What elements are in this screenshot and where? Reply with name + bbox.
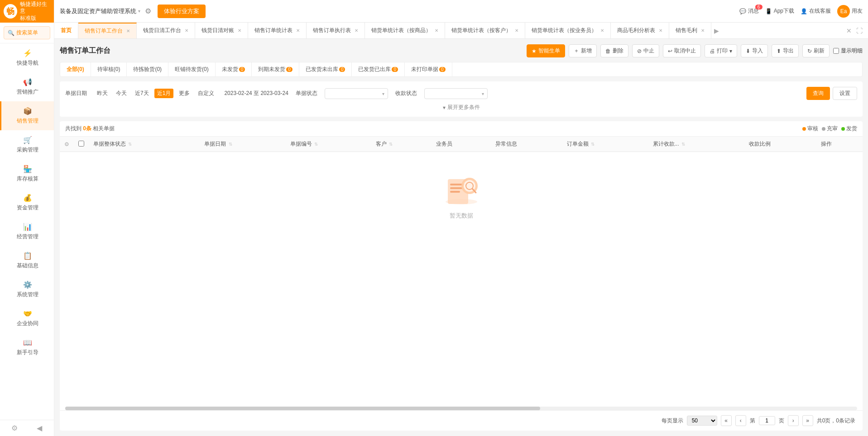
th-status[interactable]: 单据整体状态 ⇅ [89,137,200,152]
tab-bar: 首页 销售订单工作台 ✕ 钱货日清工作台 ✕ 钱货日清对账 ✕ 销售订单统计表 … [54,23,868,39]
refresh-button[interactable]: ↻ 刷新 [802,44,830,57]
sidebar-item-operations[interactable]: 📊 经营管理 [0,217,54,246]
subtab-shipped-out[interactable]: 已发货已出库0 [352,62,405,76]
sidebar-item-purchase[interactable]: 🛒 采购管理 [0,130,54,159]
tab-sales-stats-customer[interactable]: 销货单统计表（按客户） ✕ [445,23,525,39]
sidebar-item-quick-nav[interactable]: ⚡ 快捷导航 [0,43,54,72]
tab-close-gross-profit[interactable]: ✕ [659,28,662,33]
tab-close-sales-profit[interactable]: ✕ [701,28,705,33]
th-exception: 异常信息 [491,137,562,152]
print-button[interactable]: 🖨 打印 ▾ [705,44,737,57]
first-page-button[interactable]: « [721,415,732,426]
th-amount[interactable]: 订单金额 ⇅ [562,137,648,152]
search-button[interactable]: 查询 [806,87,830,100]
tab-sales-order-exec[interactable]: 销售订单执行表 ✕ [307,23,365,39]
tab-cash-reconcile[interactable]: 钱货日清对账 ✕ [195,23,248,39]
search-menu-button[interactable]: 🔍 搜索菜单 [4,26,50,39]
tab-sales-stats-salesman[interactable]: 销货单统计表（按业务员） ✕ [525,23,611,39]
page-label: 第 [750,417,755,425]
tab-close-sales-stats-product[interactable]: ✕ [435,28,438,33]
tab-close-sales-stats-salesman[interactable]: ✕ [600,28,604,33]
tab-close-cash-daily[interactable]: ✕ [185,28,188,33]
delete-button[interactable]: 🗑 删除 [600,44,628,57]
subtab-all[interactable]: 全部(0) [60,62,91,76]
prev-page-button[interactable]: ‹ [735,415,746,426]
per-page-select[interactable]: 50 10 20 100 [687,416,717,426]
tab-home[interactable]: 首页 [54,23,78,39]
tab-close-sales-order-stats[interactable]: ✕ [296,28,300,33]
subtab-wangpu[interactable]: 旺铺待发货(0) [168,62,216,76]
subtab-pending-inspect[interactable]: 待拣验货(0) [127,62,168,76]
expand-filter-button[interactable]: ▾ 展开更多条件 [443,104,480,111]
smart-generate-button[interactable]: ★ 智能生单 [527,44,565,57]
th-collected[interactable]: 累计收款... ⇅ [648,137,745,152]
settings-button[interactable]: 设置 [833,87,857,100]
demo-button[interactable]: 体验行业方案 [158,5,206,18]
sidebar-item-sales[interactable]: 📦 销售管理 [0,101,54,130]
tab-sales-order-stats[interactable]: 销售订单统计表 ✕ [248,23,307,39]
payment-select[interactable] [424,88,488,99]
date-opt-yesterday[interactable]: 昨天 [94,89,110,98]
export-button[interactable]: ⬆ 导出 [772,44,799,57]
subtab-not-shipped[interactable]: 未发货0 [216,62,252,76]
guide-icon: 📖 [23,338,32,347]
collapse-button[interactable]: ◀ [29,424,51,432]
add-button[interactable]: ＋ 新增 [569,44,597,57]
online-service-button[interactable]: 👤 在线客服 [801,7,831,15]
th-settings[interactable]: ⚙ [60,137,74,152]
tab-close-cash-reconcile[interactable]: ✕ [238,28,241,33]
sidebar-item-guide[interactable]: 📖 新手引导 [0,333,54,362]
sidebar-item-finance[interactable]: 💰 资金管理 [0,188,54,217]
date-opt-7days[interactable]: 近7天 [132,89,152,98]
page-number-input[interactable] [759,416,775,425]
settings-bottom-button[interactable]: ⚙ [4,424,25,432]
subtab-expired-not-shipped[interactable]: 到期未发货0 [252,62,299,76]
sidebar-item-inventory[interactable]: 🏪 库存核算 [0,159,54,188]
show-detail-checkbox[interactable]: 显示明细 [833,47,863,55]
topbar-settings-icon[interactable]: ⚙ [145,7,151,15]
app-download-button[interactable]: 📱 App下载 [765,7,794,15]
tab-close-sales-stats-customer[interactable]: ✕ [515,28,518,33]
message-button[interactable]: 💬 消息 6 [739,7,759,15]
tab-sales-order-workbench[interactable]: 销售订单工作台 ✕ [78,23,137,39]
th-number[interactable]: 单据编号 ⇅ [286,137,371,152]
tab-sales-profit[interactable]: 销售毛利 ✕ [669,23,711,39]
subtab-pending-review[interactable]: 待审核(0) [91,62,127,76]
sidebar-item-enterprise[interactable]: 🤝 企业协同 [0,304,54,333]
th-date[interactable]: 单据日期 ⇅ [200,137,285,152]
cancel-stop-button[interactable]: ↩ 取消中止 [663,44,701,57]
th-customer[interactable]: 客户 ⇅ [371,137,432,152]
select-all-checkbox[interactable] [78,141,84,147]
tab-cash-daily[interactable]: 钱货日清工作台 ✕ [137,23,195,39]
table-scroll[interactable]: ⚙ 单据整体状态 ⇅ 单据日期 ⇅ [60,137,863,407]
cancel-review-quick-button[interactable]: 充审 [822,125,838,133]
date-opt-custom[interactable]: 自定义 [195,89,217,98]
import-button[interactable]: ⬇ 导入 [741,44,768,57]
tab-close-sales-order-exec[interactable]: ✕ [355,28,358,33]
review-quick-button[interactable]: 审核 [802,125,818,133]
system-icon: ⚙️ [23,280,32,289]
last-page-button[interactable]: » [802,415,813,426]
ship-quick-button[interactable]: 发货 [841,125,857,133]
subtab-not-printed[interactable]: 未打印单据0 [405,62,452,76]
show-detail-input[interactable] [833,48,839,54]
tab-close-all-button[interactable]: ✕ [844,25,854,36]
purchase-icon: 🛒 [23,136,32,144]
tab-fullscreen-button[interactable]: ⛶ [854,25,864,36]
subtab-shipped-not-warehoused[interactable]: 已发货未出库0 [299,62,352,76]
table-hscroll[interactable] [65,407,857,410]
date-opt-1month[interactable]: 近1月 [154,89,174,98]
tab-more-button[interactable]: ▶ [711,27,722,34]
tab-sales-stats-product[interactable]: 销货单统计表（按商品） ✕ [365,23,445,39]
date-opt-today[interactable]: 今天 [113,89,129,98]
date-opt-more[interactable]: 更多 [176,89,192,98]
next-page-button[interactable]: › [788,415,799,426]
stop-button[interactable]: ⊘ 中止 [632,44,659,57]
sidebar-item-basic-info[interactable]: 📋 基础信息 [0,246,54,275]
tab-close-sales-order-workbench[interactable]: ✕ [126,28,130,33]
sidebar-item-system[interactable]: ⚙️ 系统管理 [0,275,54,304]
status-select[interactable] [325,88,388,99]
tab-gross-profit[interactable]: 商品毛利分析表 ✕ [611,23,669,39]
user-menu[interactable]: Ea 用友 [837,5,863,18]
sidebar-item-marketing[interactable]: 📢 营销推广 [0,72,54,101]
